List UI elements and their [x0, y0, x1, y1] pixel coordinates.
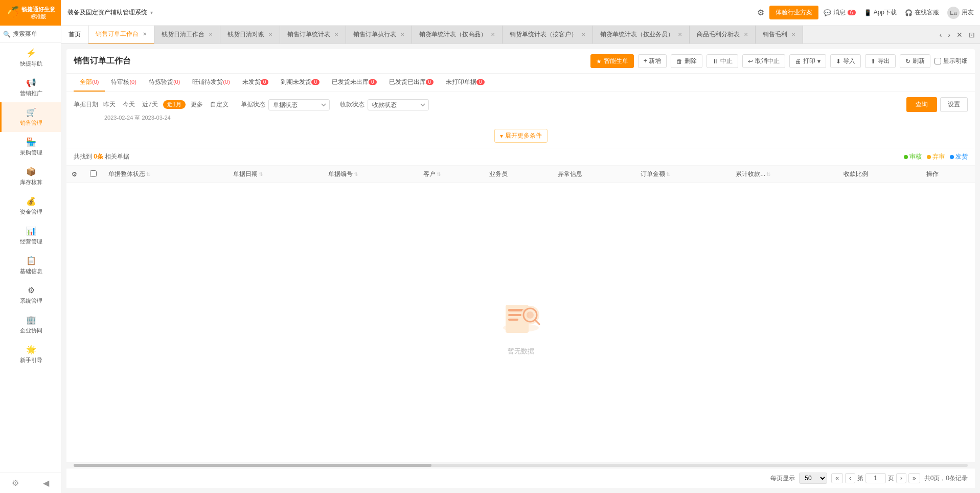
online-service-item[interactable]: 🎧 在线客服	[905, 8, 939, 17]
tab-sales-exec[interactable]: 销售订单执行表 ✕	[346, 26, 412, 44]
tab-sales-stat[interactable]: 销售订单统计表 ✕	[280, 26, 346, 44]
col-number: 单据编号⇅	[323, 166, 418, 183]
quick-reject[interactable]: 弃审	[927, 152, 945, 161]
sub-tab-pending-goods[interactable]: 待拣验货(0)	[143, 74, 186, 92]
sidebar-item-system[interactable]: ⚙ 系统管理	[0, 280, 61, 310]
select-all-checkbox[interactable]	[90, 170, 97, 177]
tab-home[interactable]: 首页	[61, 26, 88, 44]
sales-icon: 🛒	[26, 107, 36, 117]
tab-close-sales-product[interactable]: ✕	[491, 32, 495, 37]
quick-ship[interactable]: 发货	[950, 152, 968, 161]
sub-tab-all[interactable]: 全部(0)	[74, 74, 105, 92]
import-label: 导入	[843, 57, 855, 65]
sub-tab-no-print[interactable]: 未打印单据0	[440, 74, 491, 92]
tab-close-cash-daily[interactable]: ✕	[209, 32, 213, 37]
add-button[interactable]: + 新增	[638, 54, 667, 68]
payment-select[interactable]: 收款状态	[368, 99, 429, 110]
sub-tab-no-ship[interactable]: 未发货0	[236, 74, 275, 92]
tab-close-sales-staff[interactable]: ✕	[678, 32, 682, 37]
sidebar-item-quick-nav[interactable]: ⚡ 快捷导航	[0, 43, 61, 73]
page-number-input[interactable]	[865, 473, 886, 483]
settings-col-icon[interactable]: ⚙	[72, 171, 77, 178]
tab-sales-order[interactable]: 销售订单工作台 ✕	[88, 26, 154, 44]
tab-sales-product[interactable]: 销货单统计表（按商品） ✕	[412, 26, 503, 44]
sidebar-item-label: 经营管理	[20, 238, 42, 245]
tab-close-sales-order[interactable]: ✕	[143, 31, 147, 37]
scrollbar-track[interactable]	[74, 464, 968, 467]
app-download-item[interactable]: 📱 App下载	[864, 8, 897, 17]
svg-rect-3	[508, 314, 522, 316]
tab-close-cash-reconcile[interactable]: ✕	[268, 32, 272, 37]
table-scroll-container: ⚙ 单据整体状态⇅ 单据日期⇅	[66, 166, 975, 462]
solution-button[interactable]: 体验行业方案	[769, 6, 818, 19]
collapse-icon[interactable]: ◀	[43, 478, 49, 488]
tab-close-margin[interactable]: ✕	[744, 32, 748, 37]
tab-close-all[interactable]: ✕	[954, 30, 965, 40]
sidebar-item-basic[interactable]: 📋 基础信息	[0, 251, 61, 280]
sub-tab-shipped-not-out[interactable]: 已发货未出库0	[326, 74, 383, 92]
reject-label: 弃审	[932, 152, 945, 161]
date-custom[interactable]: 自定义	[208, 99, 231, 110]
user-item[interactable]: Ea 用友	[947, 7, 974, 19]
refresh-button[interactable]: ↻ 刷新	[900, 54, 930, 68]
date-more[interactable]: 更多	[189, 99, 205, 110]
date-yesterday[interactable]: 昨天	[101, 99, 118, 110]
tab-sales-customer[interactable]: 销货单统计表（按客户） ✕	[503, 26, 593, 44]
message-item[interactable]: 💬 消息 6	[824, 8, 856, 17]
show-detail-checkbox[interactable]	[935, 58, 941, 64]
tab-close-sales-collect[interactable]: ✕	[791, 32, 795, 37]
export-button[interactable]: ⬆ 导出	[865, 54, 896, 68]
result-num: 0条	[94, 153, 103, 160]
query-button[interactable]: 查询	[906, 97, 937, 112]
scrollbar-thumb[interactable]	[74, 464, 431, 467]
settings-button[interactable]: 设置	[940, 97, 968, 112]
sidebar-item-operations[interactable]: 📊 经营管理	[0, 221, 61, 251]
sub-tab-wangpu[interactable]: 旺铺待发货(0)	[186, 74, 236, 92]
per-page-select[interactable]: 50 10 20 100	[799, 473, 827, 484]
tab-nav-prev[interactable]: ‹	[938, 30, 944, 40]
tab-nav-next[interactable]: ›	[946, 30, 952, 40]
tab-expand[interactable]: ⊡	[967, 30, 977, 40]
sidebar-search-item[interactable]: 🔍 搜索菜单	[0, 26, 61, 43]
print-button[interactable]: 🖨 打印 ▾	[789, 54, 826, 68]
sidebar-item-sales[interactable]: 🛒 销售管理	[0, 102, 61, 132]
horizontal-scrollbar[interactable]	[66, 462, 975, 468]
page-prev-button[interactable]: ‹	[845, 473, 855, 483]
status-select[interactable]: 单据状态	[268, 99, 330, 110]
col-date: 单据日期⇅	[228, 166, 323, 183]
pause-button[interactable]: ⏸ 中止	[706, 54, 738, 68]
delete-button[interactable]: 🗑 删除	[671, 54, 702, 68]
tab-close-sales-customer[interactable]: ✕	[581, 32, 585, 37]
date-today[interactable]: 今天	[121, 99, 137, 110]
tab-close-sales-exec[interactable]: ✕	[400, 32, 404, 37]
sub-tab-pending[interactable]: 待审核(0)	[105, 74, 142, 92]
page-last-button[interactable]: »	[908, 473, 920, 483]
date-7days[interactable]: 近7天	[140, 99, 160, 110]
sub-tab-expired[interactable]: 到期未发货0	[275, 74, 326, 92]
page-next-button[interactable]: ›	[896, 473, 906, 483]
sidebar-item-purchase[interactable]: 🏪 采购管理	[0, 132, 61, 162]
sidebar-item-enterprise[interactable]: 🏢 企业协同	[0, 310, 61, 340]
date-1month[interactable]: 近1月	[163, 100, 186, 109]
sidebar-item-finance[interactable]: 💰 资金管理	[0, 191, 61, 221]
expand-filter-button[interactable]: ▾ 展开更多条件	[494, 129, 548, 143]
sub-tab-shipped-out[interactable]: 已发货已出库0	[383, 74, 440, 92]
tab-cash-reconcile[interactable]: 钱货日清对账 ✕	[220, 26, 280, 44]
tab-cash-daily[interactable]: 钱货日清工作台 ✕	[154, 26, 220, 44]
smart-create-button[interactable]: ★ 智能生单	[590, 54, 634, 68]
cancel-pause-button[interactable]: ↩ 取消中止	[742, 54, 785, 68]
tab-sales-staff[interactable]: 销货单统计表（按业务员） ✕	[593, 26, 690, 44]
tab-sales-collect[interactable]: 销售毛利 ✕	[756, 26, 803, 44]
tab-margin[interactable]: 商品毛利分析表 ✕	[690, 26, 756, 44]
sidebar-item-marketing[interactable]: 📢 营销推广	[0, 73, 61, 102]
quick-approve[interactable]: 审核	[904, 152, 922, 161]
sidebar-item-inventory[interactable]: 📦 库存核算	[0, 162, 61, 191]
tab-sales-stat-label: 销售订单统计表	[287, 30, 330, 39]
settings-bottom-icon[interactable]: ⚙	[12, 478, 19, 488]
import-button[interactable]: ⬇ 导入	[830, 54, 861, 68]
page-first-button[interactable]: «	[831, 473, 843, 483]
topbar-settings-icon[interactable]: ⚙	[757, 8, 764, 17]
show-detail-toggle[interactable]: 显示明细	[935, 57, 968, 65]
sidebar-item-guide[interactable]: 🌟 新手引导	[0, 340, 61, 369]
tab-close-sales-stat[interactable]: ✕	[334, 32, 338, 37]
